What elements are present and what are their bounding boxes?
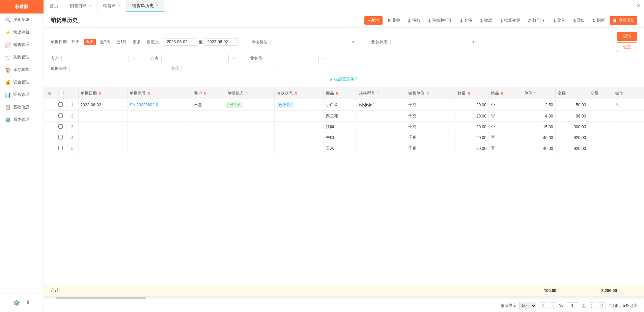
sidebar-item-finance-mgmt[interactable]: 💰 资金管理 <box>0 76 44 88</box>
date-custom-btn[interactable]: 自定义 <box>145 39 161 45</box>
filter-docno-input[interactable] <box>69 65 157 72</box>
select-all-checkbox[interactable] <box>59 91 63 95</box>
sidebar-item-quick-nav[interactable]: ⚡ 快捷导航 <box>0 26 44 38</box>
date-today-btn[interactable]: 今天 <box>84 39 96 45</box>
col-price[interactable]: 单价 ⇅ <box>522 88 555 99</box>
collapse-filter-button[interactable]: ∧ 收起更多条件 <box>51 75 637 83</box>
tab-sales-history-close[interactable]: ✕ <box>156 4 159 7</box>
import-button[interactable]: ◎ 导入 <box>550 16 568 25</box>
export-button[interactable]: ◎ 导出 <box>570 16 588 25</box>
tab-home[interactable]: 首页 <box>44 0 64 12</box>
tab-sales-order[interactable]: 销售订单 ✕ <box>64 0 97 12</box>
sidebar-item-sales-mgmt[interactable]: 📈 销售管理 <box>0 38 44 51</box>
warehouse-ellipsis-icon[interactable]: ··· <box>233 56 237 61</box>
print-button[interactable]: 🖨 打印 ▼ <box>525 16 548 25</box>
tab-close-all-button[interactable]: ✕ <box>633 3 644 9</box>
page-number-input[interactable] <box>566 302 579 309</box>
tab-sales-order-close[interactable]: ✕ <box>89 4 92 8</box>
date-more-btn[interactable]: 更多 <box>131 39 143 45</box>
col-spec[interactable]: 规格型号 ⇅ <box>357 88 406 99</box>
refresh-button[interactable]: ↻ 刷新 <box>590 16 608 25</box>
action-edit-0[interactable]: ✎ <box>616 102 620 108</box>
row-checkbox-4[interactable] <box>58 146 63 150</box>
cell-amount-0: 50.00 <box>555 99 588 111</box>
horizontal-scrollbar[interactable] <box>44 296 644 299</box>
table-row: 1 2023-06-02 SA-20230602-0 王总 已生效 已收款 小白… <box>44 99 644 111</box>
col-product-label: 商品 <box>326 91 334 96</box>
filter-doctype-select[interactable]: ▼ <box>270 39 358 45</box>
sidebar-bottom: ⚙️ ⏸ <box>0 293 44 312</box>
page-last-button[interactable]: ⟩⟩ <box>598 302 606 309</box>
page-first-button[interactable]: ⟨⟨ <box>539 302 547 309</box>
col-docdate[interactable]: 单据日期 ⇅ <box>78 88 128 99</box>
page-prev-button[interactable]: ⟨ <box>550 302 556 309</box>
sidebar-item-sys-mgmt[interactable]: ⚙️ 系统管理 <box>0 113 44 126</box>
set-button[interactable]: 设置 <box>617 42 637 52</box>
col-unit[interactable]: 销售单位 ⇅ <box>406 88 455 99</box>
date-yesterday-btn[interactable]: 昨天 <box>69 39 82 45</box>
show-detail-button[interactable]: 📋 显示明细 <box>610 16 637 25</box>
date-last1m-btn[interactable]: 近1月 <box>114 39 129 45</box>
batch-change-button[interactable]: ◎ 批量变更 <box>497 16 523 25</box>
col-docno[interactable]: 单据编号 ⇅ <box>128 88 192 99</box>
col-spec-label: 规格型号 <box>359 91 375 96</box>
col-unit-sort-icon: ⇅ <box>426 92 429 95</box>
page-next-button[interactable]: ⟩ <box>589 302 595 309</box>
col-product[interactable]: 商品 ⇅ <box>324 88 357 99</box>
date-from-input[interactable] <box>164 38 197 46</box>
tab-sales-history[interactable]: 销货单历史 ✕ <box>127 0 164 12</box>
delete-button[interactable]: 🗑 删除 <box>385 16 403 25</box>
scroll-bar-thumb[interactable] <box>56 297 146 299</box>
sidebar-item-inventory[interactable]: 🏠 库存核算 <box>0 63 44 76</box>
action-more-0[interactable]: ⋯ <box>621 102 626 108</box>
doc-no-link-0[interactable]: SA-20230602-0 <box>130 103 158 107</box>
row-checkbox-3[interactable] <box>58 135 63 139</box>
col-qty[interactable]: 数量 ⇅ <box>455 88 489 99</box>
filter-staff-input[interactable] <box>265 55 319 62</box>
pause-bottom-icon[interactable]: ⏸ <box>25 300 31 306</box>
per-page-select[interactable]: 50 20 100 <box>519 302 536 309</box>
query-button[interactable]: 查询 <box>617 32 637 41</box>
date-to-input[interactable] <box>204 38 238 46</box>
settings-bottom-icon[interactable]: ⚙️ <box>13 300 20 306</box>
sidebar-item-search-menu[interactable]: 🔍 搜索菜单 <box>0 14 44 26</box>
col-collectstatus[interactable]: 收款状态 ⇅ <box>274 88 324 99</box>
col-settings[interactable]: ⚙ <box>44 88 56 99</box>
row-checkbox-2[interactable] <box>58 124 63 129</box>
sidebar-item-purchase-mgmt[interactable]: 🛒 采购管理 <box>0 51 44 63</box>
filter-product-input[interactable] <box>181 65 269 72</box>
product-ellipsis-icon[interactable]: ··· <box>273 66 277 71</box>
row-checkbox-0[interactable] <box>58 102 63 107</box>
audit-button[interactable]: ◎ 审核 <box>405 16 423 25</box>
delete-icon: 🗑 <box>387 18 391 23</box>
filter-doctype-item: 单据类型 ▼ <box>251 39 358 45</box>
cell-tx-3 <box>588 132 613 143</box>
customer-ellipsis-icon[interactable]: ··· <box>133 56 137 61</box>
collect-button[interactable]: ◎ 收款 <box>477 16 495 25</box>
col-gift[interactable]: 赠品 ⇅ <box>488 88 522 99</box>
cell-docno-1 <box>128 111 192 122</box>
staff-ellipsis-icon[interactable]: ··· <box>323 56 327 61</box>
filter-doctype-label: 单据类型 <box>251 39 268 45</box>
date-last7-btn[interactable]: 近7天 <box>98 39 112 45</box>
sys-mgmt-icon: ⚙️ <box>5 117 10 123</box>
sidebar-item-label-sys: 系统管理 <box>13 117 29 123</box>
filter-collectstatus-select[interactable]: ▼ <box>390 39 478 45</box>
abandon-button[interactable]: ◎ 弃审 <box>457 16 475 25</box>
row-checkbox-1[interactable] <box>58 113 63 118</box>
quick-nav-icon: ⚡ <box>5 30 10 35</box>
col-product-sort-icon: ⇅ <box>336 92 338 95</box>
sidebar-item-basic-info[interactable]: 📋 基础信息 <box>0 101 44 113</box>
col-customer[interactable]: 客户 ⇅ <box>192 88 225 99</box>
tab-sales-invoice-close[interactable]: ✕ <box>118 4 121 8</box>
cell-actions-3 <box>613 132 644 143</box>
tab-sales-invoice[interactable]: 销货单 ✕ <box>97 0 127 12</box>
filter-warehouse-input[interactable] <box>161 55 229 62</box>
cell-actions-1 <box>613 111 644 122</box>
audit-print-button[interactable]: ◎ 审核并打印 <box>425 16 455 25</box>
new-button[interactable]: + 新增 <box>364 16 383 25</box>
sidebar-item-ops-mgmt[interactable]: 📊 经营管理 <box>0 88 44 101</box>
filter-customer-input[interactable] <box>61 55 129 62</box>
col-docstatus[interactable]: 单据状态 ⇅ <box>225 88 274 99</box>
table-settings-icon[interactable]: ⚙ <box>48 91 52 96</box>
